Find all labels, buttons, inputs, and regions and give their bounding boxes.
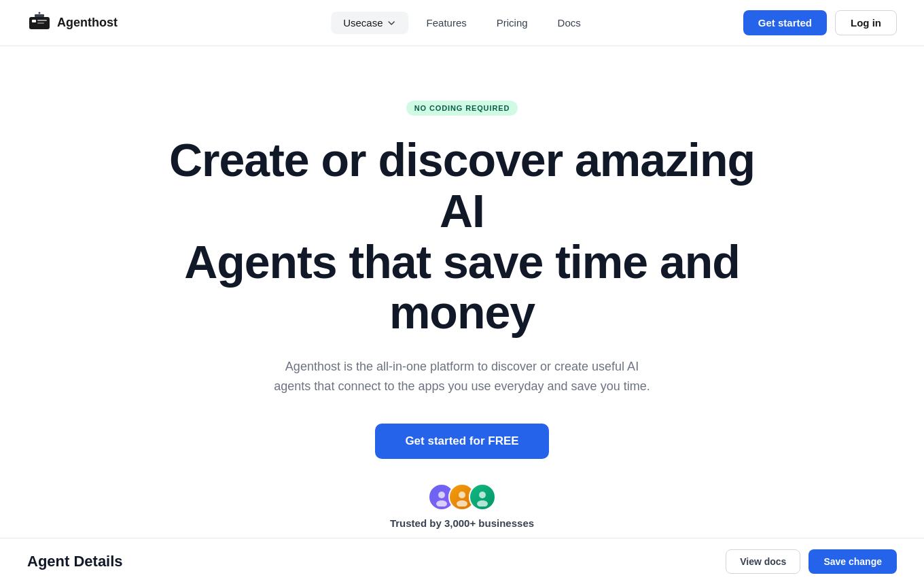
navbar: Agenthost Usecase Features Pricing Docs …	[0, 0, 924, 46]
svg-point-9	[457, 500, 467, 506]
get-started-button[interactable]: Get started	[743, 10, 827, 35]
brand: Agenthost	[27, 11, 118, 35]
bottom-bar: Agent Details View docs Save change	[0, 538, 924, 584]
svg-point-6	[438, 492, 445, 498]
hero-title: Create or discover amazing AI Agents tha…	[156, 135, 768, 338]
save-change-button[interactable]: Save change	[808, 549, 897, 574]
svg-rect-1	[32, 20, 36, 22]
nav-usecase[interactable]: Usecase	[331, 12, 408, 34]
nav-pricing[interactable]: Pricing	[484, 12, 540, 34]
trusted-text: Trusted by 3,000+ businesses	[390, 517, 534, 529]
bottom-bar-actions: View docs Save change	[726, 549, 897, 574]
view-docs-button[interactable]: View docs	[726, 549, 800, 574]
chevron-down-icon	[387, 18, 397, 28]
nav-features[interactable]: Features	[414, 12, 479, 34]
logo-icon	[27, 11, 52, 35]
no-coding-badge: NO CODING REQUIRED	[406, 101, 518, 116]
nav-docs[interactable]: Docs	[546, 12, 593, 34]
nav-menu: Usecase Features Pricing Docs	[331, 12, 593, 34]
hero-subtitle: Agenthost is the all-in-one platform to …	[272, 357, 652, 396]
hero-section: NO CODING REQUIRED Create or discover am…	[0, 46, 924, 556]
svg-point-7	[436, 500, 447, 506]
svg-point-11	[477, 500, 488, 506]
svg-point-10	[479, 492, 486, 498]
bottom-bar-left: Agent Details	[27, 553, 123, 570]
user-avatars	[428, 483, 496, 511]
hero-cta-button[interactable]: Get started for FREE	[375, 424, 548, 459]
social-proof: Trusted by 3,000+ businesses	[390, 483, 534, 529]
agent-details-label: Agent Details	[27, 553, 123, 570]
svg-rect-2	[37, 20, 47, 21]
avatar	[469, 483, 496, 511]
svg-rect-3	[37, 22, 44, 24]
navbar-actions: Get started Log in	[743, 10, 897, 35]
login-button[interactable]: Log in	[835, 10, 897, 35]
brand-name: Agenthost	[57, 16, 118, 30]
svg-point-5	[39, 12, 41, 14]
svg-rect-4	[35, 14, 44, 17]
svg-point-8	[459, 492, 465, 498]
